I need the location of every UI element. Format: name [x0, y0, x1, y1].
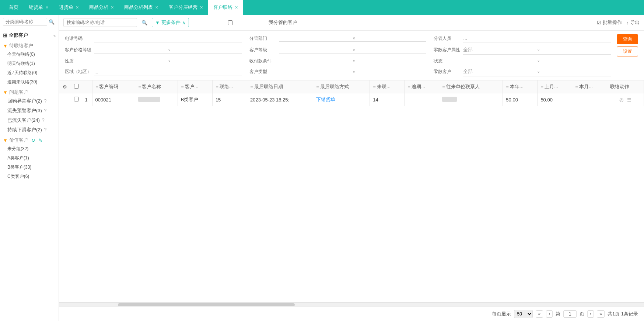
nav-customer-segment[interactable]: 客户分层经营 ✕: [164, 0, 208, 15]
search-icon[interactable]: 🔍: [49, 19, 55, 25]
page-size-select[interactable]: 50 10 20 100: [514, 310, 533, 318]
sidebar-item-a-class[interactable]: A类客户(1): [0, 153, 59, 163]
nav-purchase[interactable]: 进货单 ✕: [54, 0, 84, 15]
sidebar-item-b-class[interactable]: B类客户(33): [0, 163, 59, 172]
settings-button[interactable]: 设置: [617, 46, 638, 56]
chevron-down-icon: ∨: [168, 59, 242, 63]
pagination-bar: 每页显示 50 10 20 100 « ‹ 第 页 › » 共1页 1条记录: [59, 307, 644, 321]
col-settings[interactable]: ⚙: [59, 80, 71, 93]
my-customers-checkbox[interactable]: [193, 20, 267, 25]
status-field: 状态 ∨: [434, 58, 611, 64]
chevron-down-icon: ∨: [537, 70, 611, 74]
sidebar-search-input[interactable]: [3, 18, 47, 26]
sidebar-item-churned[interactable]: 已流失客户(24) ?: [0, 115, 59, 125]
col-checkbox[interactable]: [71, 80, 82, 93]
sidebar-item-overdue[interactable]: 逾期未联络(30): [0, 77, 59, 87]
retail-customer-select[interactable]: 全部 ∨: [463, 67, 611, 76]
collapse-icon[interactable]: «: [53, 33, 56, 38]
question-icon: ?: [44, 98, 46, 104]
nav-analysis[interactable]: 商品分析 ✕: [84, 0, 119, 15]
row-num-cell: 1: [82, 93, 92, 106]
dept-select[interactable]: ∨: [279, 35, 427, 42]
close-icon[interactable]: ✕: [200, 5, 203, 10]
adv-filter-panel: 电话号码 分管部门 ∨: [59, 31, 644, 80]
manager-field: 分管人员 ...: [434, 34, 611, 42]
sidebar-item-declining[interactable]: 持续下滑客户(2) ?: [0, 125, 59, 135]
current-page-input[interactable]: [563, 310, 577, 318]
col-customer-code[interactable]: 客户编码: [92, 80, 135, 93]
nav-sales[interactable]: 销货单 ✕: [24, 0, 54, 15]
region-field: 区域（地区） ...: [65, 68, 242, 76]
my-customers-checkbox-wrap[interactable]: 我分管的客户: [193, 19, 297, 26]
close-icon[interactable]: ✕: [155, 5, 158, 10]
phone-input[interactable]: [94, 36, 242, 41]
next-page-btn[interactable]: ›: [587, 310, 594, 318]
col-customer-name[interactable]: 客户名称: [135, 80, 178, 93]
name-placeholder: [138, 97, 160, 102]
action-call-icon[interactable]: ◎: [619, 97, 623, 103]
batch-ops-btn[interactable]: ☑ 批量操作: [597, 19, 622, 26]
export-btn[interactable]: ↑ 导出: [626, 19, 640, 26]
query-button[interactable]: 查询: [617, 34, 638, 44]
sidebar-item-c-class[interactable]: C类客户(6): [0, 172, 59, 181]
price-level-select[interactable]: ∨: [94, 47, 242, 54]
data-table: ⚙ 客户编码 客户名称 客户... 联络... 最后联络日期 最后联络方式 未联…: [59, 80, 644, 106]
scrollbar-thumb[interactable]: [118, 303, 295, 306]
nature-select[interactable]: ∨: [94, 58, 242, 64]
select-all-checkbox[interactable]: [74, 84, 79, 89]
chevron-down-icon: ∨: [353, 59, 426, 63]
more-conditions-btn[interactable]: ▼ 更多条件 ∧: [152, 18, 189, 27]
status-select[interactable]: ∨: [463, 58, 611, 64]
col-contact-count[interactable]: 联络...: [212, 80, 247, 93]
refresh-icon[interactable]: ↻: [31, 138, 35, 143]
chevron-down-icon: ∨: [353, 36, 426, 40]
first-page-btn[interactable]: «: [536, 310, 543, 318]
chevron-down-icon: ∨: [353, 70, 426, 74]
close-icon[interactable]: ✕: [235, 5, 238, 10]
problem-group-label: ▼ 问题客户: [0, 87, 59, 96]
table-area: ⚙ 客户编码 客户名称 客户... 联络... 最后联络日期 最后联络方式 未联…: [59, 80, 644, 302]
action-more-icon[interactable]: ☰: [627, 97, 631, 103]
last-page-btn[interactable]: »: [597, 310, 605, 318]
retail-attr-select[interactable]: 全部 ∨: [463, 45, 611, 55]
sidebar-item-churn-warning[interactable]: 流失预警客户(3) ?: [0, 106, 59, 115]
prev-page-btn[interactable]: ‹: [546, 310, 553, 318]
row-last-contact-method-cell[interactable]: 下销货单: [313, 93, 370, 106]
customer-level-select[interactable]: ∨: [279, 47, 427, 54]
search-icon[interactable]: 🔍: [141, 20, 147, 25]
nav-customer-contact[interactable]: 客户联络 ✕: [208, 0, 243, 15]
row-checkbox[interactable]: [74, 97, 79, 101]
sidebar-item-tomorrow[interactable]: 明天待联络(1): [0, 59, 59, 68]
close-icon[interactable]: ✕: [76, 5, 79, 10]
col-uncontacted[interactable]: 未联...: [370, 80, 405, 93]
col-last-contact-date[interactable]: 最后联络日期: [247, 80, 313, 93]
col-company-contact[interactable]: 往来单位联系人: [439, 80, 503, 93]
customer-type-select[interactable]: ∨: [279, 69, 427, 75]
nav-home[interactable]: 首页: [4, 0, 24, 15]
payment-select[interactable]: ∨: [279, 58, 427, 64]
content-area: 🔍 ▼ 更多条件 ∧ 我分管的客户 ☑ 批量操作 ↑ 导出: [59, 15, 644, 321]
main-search-input[interactable]: [63, 18, 137, 27]
sidebar-item-7days[interactable]: 近7天待联络(0): [0, 68, 59, 77]
col-this-month[interactable]: 本月...: [572, 80, 607, 93]
sidebar-item-today[interactable]: 今天待联络(0): [0, 50, 59, 59]
edit-icon[interactable]: ✎: [38, 138, 42, 143]
horizontal-scrollbar[interactable]: [59, 302, 644, 307]
nav-analysis-list[interactable]: 商品分析列表 ✕: [119, 0, 164, 15]
col-this-year[interactable]: 本年...: [503, 80, 538, 93]
sidebar-item-repurchase-abnormal[interactable]: 回购异常客户(2) ?: [0, 96, 59, 106]
col-last-contact-method[interactable]: 最后联络方式: [313, 80, 370, 93]
row-checkbox-cell[interactable]: [71, 93, 82, 106]
sidebar-all-customers[interactable]: ⊞ 全部客户 «: [0, 29, 59, 40]
col-last-month[interactable]: 上月...: [538, 80, 572, 93]
close-icon[interactable]: ✕: [111, 5, 114, 10]
row-action-cell[interactable]: ◎ ☰: [607, 93, 644, 106]
close-icon[interactable]: ✕: [45, 5, 49, 10]
last-contact-method-link[interactable]: 下销货单: [316, 97, 335, 102]
nature-field: 性质 ∨: [65, 58, 242, 64]
col-customer-type[interactable]: 客户...: [178, 80, 212, 93]
row-name-cell: [135, 93, 178, 106]
sidebar-item-ungrouped[interactable]: 未分组(32): [0, 144, 59, 153]
col-overdue[interactable]: 逾期...: [405, 80, 439, 93]
company-contact-placeholder: [442, 97, 457, 102]
